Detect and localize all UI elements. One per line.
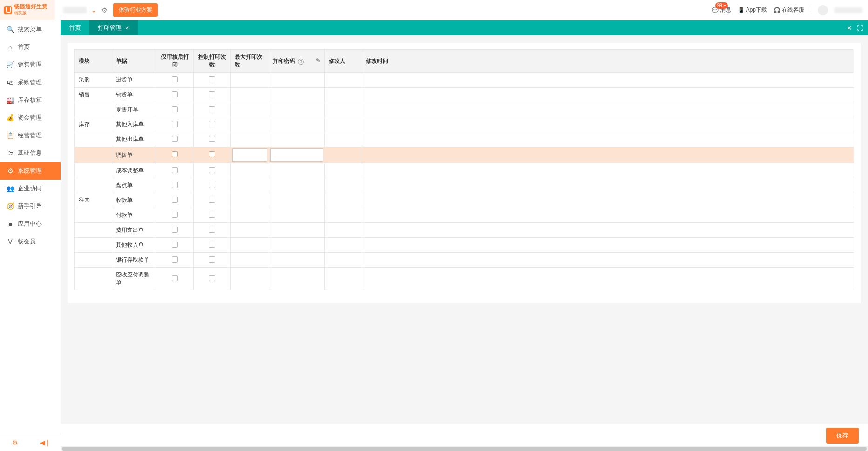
checkbox-control-count[interactable] <box>209 197 215 203</box>
logo-icon <box>4 6 12 14</box>
avatar[interactable] <box>818 5 828 15</box>
cell-module <box>75 132 112 147</box>
close-icon[interactable]: ✕ <box>125 25 129 31</box>
sidebar-item-label: 采购管理 <box>18 78 42 87</box>
cell-module <box>75 238 112 253</box>
checkbox-only-after-audit[interactable] <box>172 167 178 173</box>
cell-modifier <box>325 178 362 193</box>
tab-print-management[interactable]: 打印管理 ✕ <box>89 20 138 35</box>
industry-plan-button[interactable]: 体验行业方案 <box>113 3 158 17</box>
checkbox-only-after-audit[interactable] <box>172 106 178 112</box>
checkbox-control-count[interactable] <box>209 151 215 157</box>
cell-modified-at <box>362 132 854 147</box>
cell-modifier <box>325 268 362 290</box>
online-service-link[interactable]: 🎧 在线客服 <box>774 6 804 14</box>
cell-password <box>269 253 325 268</box>
messages-link[interactable]: 99 + 💬 消息 <box>712 6 731 14</box>
checkbox-only-after-audit[interactable] <box>172 256 178 263</box>
org-name-placeholder <box>63 7 87 13</box>
cell-modifier <box>325 193 362 208</box>
checkbox-only-after-audit[interactable] <box>172 242 178 248</box>
cell-modifier <box>325 132 362 147</box>
horizontal-scrollbar[interactable] <box>61 446 868 451</box>
checkbox-only-after-audit[interactable] <box>172 121 178 127</box>
checkbox-only-after-audit[interactable] <box>172 76 178 82</box>
checkbox-control-count[interactable] <box>209 275 215 281</box>
tab-home[interactable]: 首页 <box>61 20 89 35</box>
checkbox-control-count[interactable] <box>209 182 215 188</box>
checkbox-only-after-audit[interactable] <box>172 227 178 233</box>
cell-doc: 调拨单 <box>112 147 156 163</box>
fullscreen-icon[interactable]: ⛶ <box>857 24 863 32</box>
app-download-link[interactable]: 📱 App下载 <box>738 6 767 14</box>
checkbox-only-after-audit[interactable] <box>172 275 178 281</box>
sidebar-item-5[interactable]: 💰资金管理 <box>0 109 61 127</box>
table-row: 盘点单 <box>75 178 854 193</box>
checkbox-control-count[interactable] <box>209 212 215 218</box>
sidebar-item-0[interactable]: 🔍搜索菜单 <box>0 20 61 38</box>
table-row: 零售开单 <box>75 102 854 117</box>
sidebar-item-7[interactable]: 🗂基础信息 <box>0 144 61 162</box>
cell-doc: 盘点单 <box>112 178 156 193</box>
checkbox-only-after-audit[interactable] <box>172 212 178 218</box>
nav-icon: ⌂ <box>7 43 14 51</box>
checkbox-only-after-audit[interactable] <box>172 197 178 203</box>
sidebar-collapse-icon[interactable]: ◀❘ <box>30 434 61 451</box>
sidebar-item-9[interactable]: 👥企业协同 <box>0 180 61 197</box>
checkbox-control-count[interactable] <box>209 227 215 233</box>
sidebar-item-11[interactable]: ▣应用中心 <box>0 215 61 233</box>
messages-badge: 99 + <box>715 2 728 9</box>
checkbox-control-count[interactable] <box>209 136 215 142</box>
max-count-input[interactable] <box>232 148 267 162</box>
sidebar-item-2[interactable]: 🛒销售管理 <box>0 56 61 74</box>
password-input[interactable] <box>270 148 323 162</box>
sidebar-item-8[interactable]: ⚙系统管理 <box>0 162 61 180</box>
checkbox-only-after-audit[interactable] <box>172 182 178 188</box>
sidebar-item-4[interactable]: 🏭库存核算 <box>0 91 61 109</box>
edit-icon[interactable]: ✎ <box>316 57 321 64</box>
cell-password <box>269 223 325 238</box>
checkbox-control-count[interactable] <box>209 91 215 97</box>
top-right: 99 + 💬 消息 📱 App下载 🎧 在线客服 <box>712 5 862 15</box>
cell-modifier <box>325 238 362 253</box>
cell-max-count <box>231 178 269 193</box>
brand-edition: 精英版 <box>14 10 47 16</box>
sidebar-item-12[interactable]: V畅会员 <box>0 233 61 250</box>
cell-max-count <box>231 147 269 163</box>
cell-doc: 其他收入单 <box>112 238 156 253</box>
nav-icon: 🗂 <box>7 149 14 157</box>
sidebar-item-1[interactable]: ⌂首页 <box>0 38 61 56</box>
sidebar-item-label: 基础信息 <box>18 149 42 157</box>
cell-password <box>269 73 325 88</box>
cell-doc: 进货单 <box>112 73 156 88</box>
save-button[interactable]: 保存 <box>826 428 859 444</box>
help-icon[interactable]: ? <box>298 59 304 65</box>
checkbox-only-after-audit[interactable] <box>172 151 178 157</box>
table-row: 成本调整单 <box>75 163 854 178</box>
sidebar-item-6[interactable]: 📋经营管理 <box>0 127 61 144</box>
sidebar-item-3[interactable]: 🛍采购管理 <box>0 74 61 91</box>
sidebar-item-label: 新手引导 <box>18 202 42 210</box>
sidebar-settings-icon[interactable]: ⚙ <box>0 434 30 451</box>
scrollbar-thumb[interactable] <box>62 447 867 451</box>
nav-icon: V <box>7 238 14 245</box>
cell-modified-at <box>362 163 854 178</box>
settings-icon[interactable]: ⚙ <box>101 7 108 14</box>
tabs-close-all-icon[interactable]: ✕ <box>847 24 852 32</box>
cell-modified-at <box>362 208 854 223</box>
checkbox-control-count[interactable] <box>209 256 215 263</box>
checkbox-only-after-audit[interactable] <box>172 91 178 97</box>
cell-modifier <box>325 73 362 88</box>
checkbox-control-count[interactable] <box>209 121 215 127</box>
cell-max-count <box>231 223 269 238</box>
checkbox-control-count[interactable] <box>209 167 215 173</box>
checkbox-only-after-audit[interactable] <box>172 136 178 142</box>
sidebar-item-10[interactable]: 🧭新手引导 <box>0 197 61 215</box>
table-row: 库存其他入库单 <box>75 117 854 132</box>
checkbox-control-count[interactable] <box>209 76 215 82</box>
checkbox-control-count[interactable] <box>209 242 215 248</box>
cell-max-count <box>231 132 269 147</box>
org-selector[interactable]: ⌄ <box>63 7 101 14</box>
checkbox-control-count[interactable] <box>209 106 215 112</box>
cell-modified-at <box>362 253 854 268</box>
